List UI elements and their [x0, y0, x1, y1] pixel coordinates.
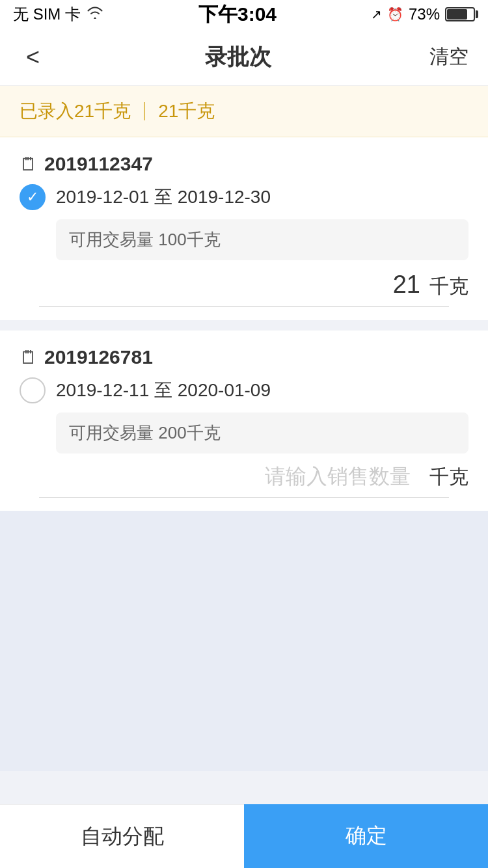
status-right: ↗ ⏰ 73%: [371, 5, 475, 23]
no-sim-text: 无 SIM 卡: [13, 4, 81, 25]
alarm-icon: ⏰: [387, 7, 403, 22]
batch-1-date: 2019-12-01 至 2019-12-30: [56, 185, 271, 210]
batch-1-row[interactable]: ✓ 2019-12-01 至 2019-12-30: [20, 184, 468, 210]
page-title: 录批次: [205, 42, 271, 72]
batch-2-unit: 千克: [429, 464, 468, 491]
batch-card-2: 🗒 2019126781 2019-12-11 至 2020-01-09 可用交…: [0, 331, 488, 511]
status-left: 无 SIM 卡: [13, 4, 104, 25]
batch-2-header: 🗒 2019126781: [20, 346, 468, 368]
confirm-button[interactable]: 确定: [244, 804, 488, 868]
recorded-amount: 已录入21千克: [20, 99, 131, 124]
amount-underline-1: [39, 306, 449, 307]
batch-1-header: 🗒 2019112347: [20, 153, 468, 175]
clear-button[interactable]: 清空: [429, 44, 468, 70]
batch-1-amount-row: 21 千克: [20, 271, 468, 306]
battery-icon: [445, 7, 475, 21]
batch-2-radio[interactable]: [20, 377, 46, 403]
info-banner: 已录入21千克 21千克: [0, 86, 488, 137]
nav-bar: < 录批次 清空: [0, 29, 488, 86]
batch-2-input-row[interactable]: 千克: [20, 464, 468, 497]
check-icon: ✓: [27, 189, 38, 206]
batch-2-icon: 🗒: [20, 347, 38, 368]
battery-percent: 73%: [409, 5, 440, 23]
batch-2-date: 2019-12-11 至 2020-01-09: [56, 378, 271, 403]
amount-underline-2: [39, 497, 449, 498]
auto-distribute-button[interactable]: 自动分配: [0, 804, 244, 868]
batch-1-avail: 可用交易量 100千克: [56, 219, 468, 260]
batch-1-icon: 🗒: [20, 154, 38, 175]
location-icon: ↗: [371, 7, 382, 22]
batch-card-1: 🗒 2019112347 ✓ 2019-12-01 至 2019-12-30 可…: [0, 137, 488, 320]
amount-value: 21千克: [158, 99, 215, 124]
wifi-icon: [86, 5, 104, 23]
batch-1-unit: 千克: [429, 273, 468, 300]
empty-area: [0, 511, 488, 771]
status-bar: 无 SIM 卡 下午3:04 ↗ ⏰ 73%: [0, 0, 488, 29]
batch-1-radio[interactable]: ✓: [20, 184, 46, 210]
batch-1-amount: 21: [393, 271, 420, 299]
status-time: 下午3:04: [198, 1, 277, 28]
bottom-bar: 自动分配 确定: [0, 804, 488, 868]
batch-2-id: 2019126781: [44, 346, 153, 368]
batch-2-row[interactable]: 2019-12-11 至 2020-01-09: [20, 377, 468, 403]
info-divider: [144, 102, 145, 120]
batch-1-id: 2019112347: [44, 153, 153, 175]
card-divider: [0, 320, 488, 331]
batch-2-avail: 可用交易量 200千克: [56, 413, 468, 454]
sales-quantity-input[interactable]: [225, 465, 420, 489]
back-button[interactable]: <: [20, 37, 46, 77]
